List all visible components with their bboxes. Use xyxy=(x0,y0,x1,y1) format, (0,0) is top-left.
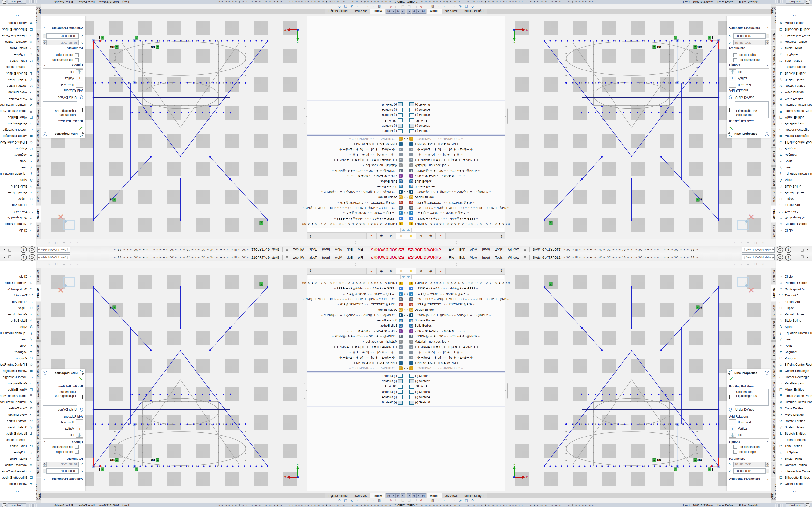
help-button[interactable]: ? xyxy=(20,246,27,253)
tab-displaymanager[interactable]: ◕ xyxy=(366,268,376,274)
minimize-button[interactable]: – xyxy=(795,248,797,252)
option-1[interactable]: Infinite length xyxy=(727,53,771,58)
tree-item-locked-folder[interactable]: ▶🔒○ 2SЗЄИNА∪· ○ ◦ ○ ·∪АИNЄЗS2 ○ xyxy=(307,365,406,371)
tree-item-origin[interactable]: ⌐○ ИN◦∂℮◦♟◎ ○ ◦ ○ ◎♟◦℮∂◦NИ ○ xyxy=(406,142,505,147)
tool-centerpoint-arc[interactable]: ◠Centerpoint Arc xyxy=(776,286,812,292)
angle-field[interactable]: 0.00000000° xyxy=(46,33,79,39)
tool-style-spline[interactable]: ∿Style Spline xyxy=(776,317,812,324)
existing-relations-list[interactable]: Collinear108Equal length109 xyxy=(735,101,769,118)
tree-splitter[interactable] xyxy=(406,371,505,373)
child-window-controls[interactable]: ▫ ▫ – ❐ × xyxy=(734,263,766,266)
close-button[interactable]: × xyxy=(806,256,809,260)
tree-item-sketch[interactable]: (-)Sketch4 xyxy=(406,394,505,400)
tool-equation-driven-curve[interactable]: ƒEquation Driven Curve xyxy=(0,171,36,177)
tag-icon[interactable] xyxy=(2,503,6,507)
doc-tab-3d-views[interactable]: 3D Views xyxy=(351,9,370,14)
gear-icon[interactable]: ✿ xyxy=(338,5,341,8)
add-relation-vertical[interactable]: |Vertical xyxy=(43,426,83,432)
filter-sheet-icon[interactable]: ❏ xyxy=(408,5,411,8)
tool-linear-sketch-pattern[interactable]: ⠛Linear Sketch Pattern xyxy=(776,393,812,399)
tool-convert-entities[interactable]: ⧈Convert Entities xyxy=(776,39,812,45)
child-window-controls[interactable]: ▫ ▫ – ❐ × xyxy=(46,241,78,244)
length-spinner[interactable]: ▲▼ xyxy=(766,462,769,467)
tool-extend-entities[interactable]: ┬Extend Entities xyxy=(776,64,812,70)
tree-expand-arrow-icon[interactable]: ❯ xyxy=(498,233,505,239)
workbench-tab-mesh-modeling[interactable]: Mesh Modeling xyxy=(36,418,41,440)
tool-mirror-entities[interactable]: ◫Mirror Entities xyxy=(776,114,812,121)
tool-partial-ellipse[interactable]: ◖Partial Ellipse xyxy=(0,190,36,196)
search-icon[interactable] xyxy=(41,256,42,259)
tool-point[interactable]: ▪Point xyxy=(776,158,812,165)
list-lines-icon[interactable]: ≡ xyxy=(384,5,386,8)
user-account-button[interactable] xyxy=(29,254,35,261)
tool-segment[interactable]: #Segment xyxy=(0,349,36,355)
sheets-icon[interactable]: ❐ xyxy=(395,5,398,8)
minimize-button[interactable]: – xyxy=(15,248,17,252)
tree-item-favorites[interactable]: ★○ 2SЗЄ ✛ ◦♟◎ΛАΦ ○ ◦ ○ ΦАΛ◎♟◦ ✛ ЄЗS2 ○ xyxy=(307,286,406,291)
add-relation-fix[interactable]: ⚓Fix xyxy=(729,69,769,75)
tool-3-point-center-recta-[interactable]: ◇3 Point Center Recta... xyxy=(776,139,812,146)
menu-edit[interactable]: Edit xyxy=(345,247,355,252)
tool-linear-sketch-pattern[interactable]: ⠛Linear Sketch Pattern xyxy=(0,108,36,114)
tool-corner-rectangle[interactable]: ▭Corner Rectangle xyxy=(776,374,812,380)
search-box[interactable]: Search CAD Models ▾ xyxy=(742,255,774,260)
tree-item-plane[interactable]: ▱○ ·◎ ✛ ○ ✾ ⊙[ ○ ◦ ○ ]⊙ ✾ ○ ✛ ◎· ○ xyxy=(406,350,505,355)
menu-window[interactable]: Window xyxy=(290,255,307,260)
tool-style-spline[interactable]: ∿Style Spline xyxy=(0,183,36,190)
tree-item-favorites[interactable]: ★○ 2SЗЄ ✛ ◦♟◎ΛАΦ ○ ◦ ○ ΦАΛ◎♟◦ ✛ ЄЗS2 ○ xyxy=(307,216,406,221)
tool-convert-entities[interactable]: ⧈Convert Entities xyxy=(0,462,36,468)
checkbox-icon[interactable] xyxy=(75,53,79,57)
search-input[interactable]: Search CAD Models xyxy=(42,256,66,259)
relation-list-item[interactable]: Collinear108 xyxy=(736,113,767,117)
tree-item-surface-bodies[interactable]: ◧Surface Bodies xyxy=(307,318,406,323)
confirmation-corner[interactable]: ↳ ✕ xyxy=(56,277,75,294)
tool-circular-sketch-pattern[interactable]: ✥Circular Sketch Pattern xyxy=(776,102,812,108)
tool-ellipse[interactable]: ⬭Ellipse xyxy=(0,196,36,202)
tab-scroll-icon[interactable]: ▶ xyxy=(416,9,421,13)
tool-centerpoint-arc[interactable]: ◠Centerpoint Arc xyxy=(776,215,812,221)
cancel-sketch-icon[interactable]: ✕ xyxy=(748,285,755,295)
pin-menu-icon[interactable] xyxy=(523,248,526,251)
length-field[interactable]: 10.88152731 xyxy=(46,462,79,467)
tool-line[interactable]: ╱Line xyxy=(0,165,36,171)
tool-trim-entities[interactable]: ✂Trim Entities xyxy=(0,443,36,449)
workbench-tab-mesh-modeling[interactable]: Mesh Modeling xyxy=(771,67,776,89)
tool-intersection-curve[interactable]: ⩃Intersection Curve xyxy=(776,33,812,39)
tool-extend-entities[interactable]: ┬Extend Entities xyxy=(0,64,36,70)
active-sketch-entities[interactable] xyxy=(544,287,719,466)
user-account-button[interactable] xyxy=(29,246,35,253)
tool-stretch-entities[interactable]: 𝐋Stretch Entities xyxy=(776,70,812,77)
tree-item-design-binder[interactable]: ▶❏Design Binder xyxy=(406,307,505,313)
child-window-controls[interactable]: ▫ ▫ – ❐ × xyxy=(46,263,78,266)
tab-scroll-icon[interactable]: ▶ xyxy=(391,9,396,13)
tool-corner-rectangle[interactable]: ▭Corner Rectangle xyxy=(776,127,812,133)
tool-move-entities[interactable]: ➚Move Entities xyxy=(776,411,812,418)
workbench-tab-data-migration[interactable]: Data Migration xyxy=(36,46,41,66)
checkbox-icon[interactable] xyxy=(733,58,737,62)
tag-icon[interactable] xyxy=(2,0,6,4)
tool-perimeter-circle[interactable]: ◌Perimeter Circle xyxy=(0,221,36,227)
splitter-handle[interactable] xyxy=(355,264,357,266)
more-tools-chevron-icon[interactable]: ⌄⌄ xyxy=(0,489,36,492)
tool-circular-sketch-pattern[interactable]: ✥Circular Sketch Pattern xyxy=(0,399,36,405)
tree-item-history[interactable]: ▶↺○ 人♟◎ ✛ 2S◦Ж ○ ◦ ○ Ж◦S2 ✛ ◎♟人 ○ xyxy=(406,291,505,296)
tree-item-sketch[interactable]: (-)Sketch6 xyxy=(406,102,505,107)
workbench-tab-mbd-dimensions[interactable]: MBD Dimensions xyxy=(36,478,41,500)
menu-insert[interactable]: Insert xyxy=(479,255,493,260)
length-spinner[interactable]: ▲▼ xyxy=(43,462,46,467)
tree-item-sketch[interactable]: (-)Sketch6 xyxy=(307,400,406,405)
folder-settings-icon[interactable]: ▤ xyxy=(344,5,347,8)
cancel-sketch-icon[interactable]: ✕ xyxy=(57,212,64,222)
tool-spline[interactable]: 𝑁Spline xyxy=(0,324,36,330)
minimize-button[interactable]: – xyxy=(795,256,797,260)
option-0[interactable]: For construction xyxy=(727,58,771,63)
tab-scroll-icon[interactable]: ▶| xyxy=(421,494,426,498)
axis-icon[interactable]: ∟ xyxy=(365,5,368,8)
tool-sketch-fillet[interactable]: ◝Sketch Fillet xyxy=(0,45,36,52)
tab-configurationmanager[interactable]: ⊕ xyxy=(376,233,386,239)
expand-arrow-icon[interactable]: ▶ xyxy=(403,367,406,370)
workbench-tab-sketch[interactable]: Sketch xyxy=(36,206,41,222)
timer-icon[interactable]: ◷ xyxy=(459,499,462,502)
tree-item-sketch[interactable]: Sketch3 xyxy=(307,384,406,389)
unit-system-dropdown[interactable]: Custom ▴ xyxy=(8,503,27,507)
